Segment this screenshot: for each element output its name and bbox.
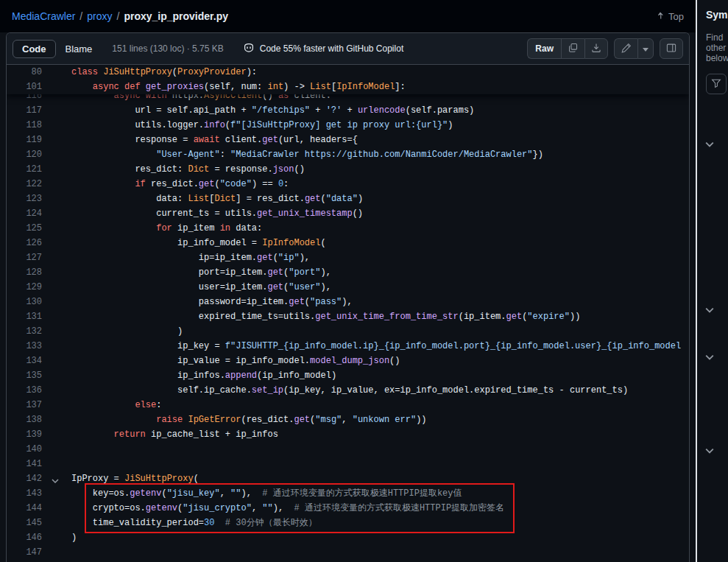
breadcrumb: MediaCrawler / proxy / proxy_ip_provider…	[0, 0, 696, 32]
fold-gutter	[42, 309, 71, 324]
line-number[interactable]: 134	[7, 354, 42, 368]
code-text: user=ip_item.get("user"),	[71, 280, 331, 295]
copilot-banner[interactable]: Code 55% faster with GitHub Copilot	[243, 42, 403, 56]
filter-icon	[711, 78, 721, 91]
code-line: 122 if res_dict.get("code") == 0:	[7, 177, 689, 192]
line-number[interactable]: 126	[7, 236, 42, 250]
code-viewer: 116 async with httpx.AsyncClient() as cl…	[7, 65, 689, 562]
fold-gutter	[42, 545, 71, 560]
code-line: 134 ip_value = ip_info_model.model_dump_…	[7, 354, 689, 368]
copy-icon	[568, 43, 579, 55]
line-number[interactable]: 140	[7, 442, 42, 457]
code-line: 125 for ip_item in data:	[7, 221, 689, 236]
fold-gutter	[42, 457, 71, 471]
fold-gutter	[42, 530, 71, 545]
line-number[interactable]: 127	[7, 250, 42, 265]
code-line: 138 raise IpGetError(res_dict.get("msg",…	[7, 412, 689, 427]
fold-gutter	[42, 383, 71, 398]
fold-gutter	[42, 162, 71, 177]
tab-code[interactable]: Code	[13, 40, 56, 58]
back-to-top-label: Top	[668, 11, 684, 22]
back-to-top-button[interactable]: Top	[656, 11, 684, 22]
line-number[interactable]: 141	[7, 457, 42, 471]
code-text: current_ts = utils.get_unix_timestamp()	[71, 206, 363, 221]
code-line: 123 data: List[Dict] = res_dict.get("dat…	[7, 192, 689, 206]
code-text: else:	[71, 398, 161, 412]
line-number[interactable]: 132	[7, 324, 42, 339]
chevron-down-icon[interactable]	[705, 443, 714, 457]
line-number[interactable]: 128	[7, 265, 42, 280]
tab-blame[interactable]: Blame	[56, 40, 102, 58]
line-number[interactable]: 121	[7, 162, 42, 177]
fold-gutter	[42, 412, 71, 427]
copy-button[interactable]	[561, 38, 584, 59]
line-number[interactable]: 147	[7, 545, 42, 560]
pencil-icon	[621, 43, 632, 55]
symbols-panel-toggle-button[interactable]	[660, 38, 683, 59]
line-number[interactable]: 139	[7, 427, 42, 442]
code-line: 139 return ip_cache_list + ip_infos	[7, 427, 689, 442]
code-line: 124 current_ts = utils.get_unix_timestam…	[7, 206, 689, 221]
chevron-down-icon[interactable]	[705, 303, 714, 316]
line-number[interactable]: 138	[7, 412, 42, 427]
edit-button[interactable]	[614, 38, 637, 59]
code-line: 126 ip_info_model = IpInfoModel(	[7, 236, 689, 250]
symbols-description-line: below	[706, 53, 728, 63]
breadcrumb-repo-link[interactable]: MediaCrawler	[12, 10, 75, 22]
file-toolbar: Code Blame 151 lines (130 loc) · 5.75 KB…	[7, 33, 689, 65]
line-number[interactable]: 119	[7, 133, 42, 147]
line-number[interactable]: 146	[7, 530, 42, 545]
file-view: MediaCrawler / proxy / proxy_ip_provider…	[0, 0, 696, 562]
line-number[interactable]: 117	[7, 103, 42, 118]
line-number[interactable]: 118	[7, 118, 42, 133]
code-line: 147	[7, 545, 689, 560]
line-number[interactable]: 145	[7, 516, 42, 530]
fold-gutter	[42, 471, 71, 486]
code-text: data: List[Dict] = res_dict.get("data")	[71, 192, 363, 206]
line-number[interactable]: 120	[7, 147, 42, 162]
code-line: 119 response = await client.get(url, hea…	[7, 133, 689, 147]
chevron-down-icon[interactable]	[705, 350, 714, 363]
line-number[interactable]: 136	[7, 383, 42, 398]
raw-button[interactable]: Raw	[527, 38, 561, 59]
code-text: ip_key = f"JISUHTTP_{ip_info_model.ip}_{…	[71, 339, 681, 354]
code-text: ip_value = ip_info_model.model_dump_json…	[71, 354, 400, 368]
line-number[interactable]: 123	[7, 192, 42, 206]
line-number[interactable]: 125	[7, 221, 42, 236]
line-number[interactable]: 129	[7, 280, 42, 295]
line-number[interactable]: 143	[7, 486, 42, 501]
edit-dropdown-button[interactable]	[637, 38, 654, 59]
code-line: 120 "User-Agent": "MediaCrawler https://…	[7, 147, 689, 162]
fold-gutter	[42, 118, 71, 133]
line-number[interactable]: 137	[7, 398, 42, 412]
line-number[interactable]: 142	[7, 471, 42, 486]
code-line: 117 url = self.api_path + "/fetchips" + …	[7, 103, 689, 118]
symbols-panel-title: Sym	[706, 9, 728, 21]
filter-button[interactable]	[706, 74, 727, 94]
line-number[interactable]: 131	[7, 309, 42, 324]
line-number[interactable]: 80	[7, 65, 42, 80]
code-text: IpProxy = JiSuHttpProxy(	[71, 471, 199, 486]
line-number[interactable]: 101	[7, 80, 42, 94]
code-text: crypto=os.getenv("jisu_crypto", ""), # 通…	[71, 501, 504, 516]
copilot-icon	[243, 42, 255, 56]
line-number[interactable]: 144	[7, 501, 42, 516]
symbols-panel-description: Find other below	[706, 32, 728, 63]
chevron-down-icon[interactable]	[705, 137, 714, 150]
breadcrumb-folder-link[interactable]: proxy	[87, 10, 112, 22]
file-meta: 151 lines (130 loc) · 5.75 KB	[112, 43, 223, 54]
fold-gutter	[42, 501, 71, 516]
code-text: url = self.api_path + "/fetchips" + '?' …	[71, 103, 474, 118]
fold-gutter	[42, 103, 71, 118]
fold-gutter	[42, 250, 71, 265]
line-number[interactable]: 122	[7, 177, 42, 192]
code-text: ip_infos.append(ip_info_model)	[71, 368, 336, 383]
code-text: ip_info_model = IpInfoModel(	[71, 236, 326, 250]
line-number[interactable]: 133	[7, 339, 42, 354]
sticky-header: 80class JiSuHttpProxy(ProxyProvider):101…	[7, 65, 689, 94]
line-number[interactable]: 124	[7, 206, 42, 221]
line-number[interactable]: 135	[7, 368, 42, 383]
download-button[interactable]	[584, 38, 608, 59]
fold-gutter	[42, 295, 71, 309]
line-number[interactable]: 130	[7, 295, 42, 309]
